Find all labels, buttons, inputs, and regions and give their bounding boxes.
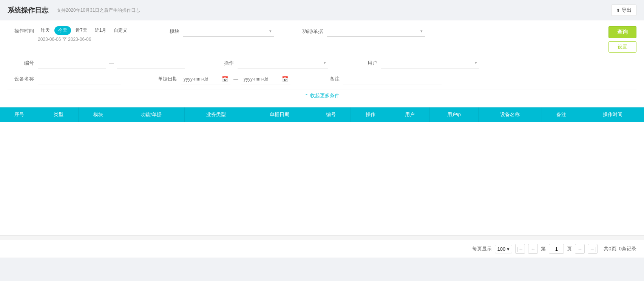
filter-row-2: 编号 — 操作 ▾ 用户 ▾ bbox=[8, 58, 636, 68]
user-chevron-icon: ▾ bbox=[475, 61, 477, 65]
col-biztype: 业务类型 bbox=[185, 107, 248, 122]
user-dropdown[interactable]: ▾ bbox=[381, 58, 479, 68]
horizontal-scrollbar[interactable] bbox=[0, 235, 644, 240]
number-to-input[interactable] bbox=[117, 58, 185, 68]
page-size-value: 100 bbox=[497, 246, 506, 252]
number-label: 编号 bbox=[8, 60, 34, 67]
col-number: 编号 bbox=[311, 107, 351, 122]
data-table: 序号 类型 模块 功能/单据 业务类型 单据日期 编号 操作 用户 用户ip 设… bbox=[0, 107, 644, 122]
col-user-ip: 用户ip bbox=[429, 107, 478, 122]
date-to-wrap[interactable]: 📅 bbox=[241, 74, 290, 84]
function-label: 功能/单据 bbox=[297, 28, 323, 35]
col-op-time: 操作时间 bbox=[581, 107, 644, 122]
date-from-wrap[interactable]: 📅 bbox=[181, 74, 230, 84]
col-index: 序号 bbox=[0, 107, 39, 122]
page-size-select[interactable]: 100 ▾ bbox=[495, 245, 513, 253]
page-size-chevron-icon: ▾ bbox=[507, 246, 510, 252]
table-container: 序号 类型 模块 功能/单据 业务类型 单据日期 编号 操作 用户 用户ip 设… bbox=[0, 107, 644, 235]
settings-button[interactable]: 设置 bbox=[608, 41, 636, 53]
header-left: 系统操作日志 支持2020年10月31日之后产生的操作日志 bbox=[8, 6, 140, 15]
module-label: 模块 bbox=[153, 28, 179, 35]
function-dropdown[interactable]: ▾ bbox=[327, 26, 425, 37]
user-filter: 用户 ▾ bbox=[351, 58, 479, 68]
operation-chevron-icon: ▾ bbox=[324, 61, 326, 65]
time-btn-yesterday[interactable]: 昨天 bbox=[38, 26, 53, 35]
action-buttons: 查询 设置 bbox=[608, 26, 636, 53]
col-user: 用户 bbox=[390, 107, 429, 122]
collapse-label: 收起更多条件 bbox=[310, 92, 340, 99]
number-from-input[interactable] bbox=[38, 58, 106, 68]
date-dash: — bbox=[233, 76, 238, 82]
operation-dropdown[interactable]: ▾ bbox=[238, 58, 328, 68]
page-header: 系统操作日志 支持2020年10月31日之后产生的操作日志 ⬆ 导出 bbox=[0, 0, 644, 20]
filter-panel: 操作时间 昨天 今天 近7天 近1月 自定义 2023-06-06 至 2023… bbox=[0, 20, 644, 107]
collapse-button[interactable]: ⌃ 收起更多条件 bbox=[8, 90, 636, 101]
time-filter-group: 操作时间 昨天 今天 近7天 近1月 自定义 2023-06-06 至 2023… bbox=[8, 26, 130, 43]
export-button[interactable]: ⬆ 导出 bbox=[611, 5, 636, 16]
time-options: 昨天 今天 近7天 近1月 自定义 2023-06-06 至 2023-06-0… bbox=[38, 26, 130, 43]
col-operation: 操作 bbox=[351, 107, 390, 122]
calendar-from-icon[interactable]: 📅 bbox=[222, 76, 228, 82]
export-label: 导出 bbox=[622, 7, 632, 14]
col-device: 设备名称 bbox=[478, 107, 542, 122]
calendar-to-icon[interactable]: 📅 bbox=[282, 76, 288, 82]
device-filter: 设备名称 bbox=[8, 74, 128, 84]
function-chevron-icon: ▾ bbox=[420, 29, 423, 34]
module-chevron-icon: ▾ bbox=[269, 29, 272, 34]
page-subtitle: 支持2020年10月31日之后产生的操作日志 bbox=[57, 7, 140, 14]
col-module: 模块 bbox=[79, 107, 118, 122]
time-btn-custom[interactable]: 自定义 bbox=[111, 26, 130, 35]
module-filter: 模块 ▾ bbox=[153, 26, 274, 37]
query-button[interactable]: 查询 bbox=[608, 26, 636, 38]
number-filter: 编号 — bbox=[8, 58, 185, 68]
prev-page-button[interactable]: ← bbox=[528, 244, 538, 254]
filter-row-1: 操作时间 昨天 今天 近7天 近1月 自定义 2023-06-06 至 2023… bbox=[8, 26, 636, 53]
collapse-up-icon: ⌃ bbox=[304, 93, 309, 99]
remark-input[interactable] bbox=[343, 74, 442, 84]
total-label: 共0页, 0条记录 bbox=[604, 245, 636, 252]
date-to-input[interactable] bbox=[244, 76, 281, 82]
operation-filter: 操作 ▾ bbox=[207, 58, 328, 68]
voucher-date-label: 单据日期 bbox=[151, 76, 178, 82]
export-icon: ⬆ bbox=[616, 8, 620, 13]
next-page-button[interactable]: → bbox=[575, 244, 585, 254]
col-function: 功能/单据 bbox=[118, 107, 184, 122]
function-filter: 功能/单据 ▾ bbox=[297, 26, 425, 37]
col-type: 类型 bbox=[39, 107, 78, 122]
device-input[interactable] bbox=[38, 74, 121, 84]
pagination-bar: 每页显示 100 ▾ |← ← 第 页 → →| 共0页, 0条记录 bbox=[0, 240, 644, 258]
table-header-row: 序号 类型 模块 功能/单据 业务类型 单据日期 编号 操作 用户 用户ip 设… bbox=[0, 107, 644, 122]
empty-area bbox=[0, 122, 644, 235]
page-prefix-label: 第 bbox=[541, 245, 546, 252]
device-label: 设备名称 bbox=[8, 76, 34, 82]
date-range-display: 2023-06-06 至 2023-06-06 bbox=[38, 36, 130, 43]
remark-label: 备注 bbox=[313, 76, 340, 82]
last-page-button[interactable]: →| bbox=[588, 244, 598, 254]
operation-label: 操作 bbox=[207, 60, 234, 67]
col-remark: 备注 bbox=[542, 107, 581, 122]
time-btn-1month[interactable]: 近1月 bbox=[92, 26, 110, 35]
page-number-input[interactable] bbox=[549, 244, 564, 254]
time-btn-7days[interactable]: 近7天 bbox=[73, 26, 90, 35]
filter-row-3: 设备名称 单据日期 📅 — 📅 备注 bbox=[8, 74, 636, 84]
first-page-button[interactable]: |← bbox=[515, 244, 525, 254]
time-label: 操作时间 bbox=[8, 28, 34, 34]
user-label: 用户 bbox=[351, 60, 377, 67]
remark-filter: 备注 bbox=[313, 74, 442, 84]
page-title: 系统操作日志 bbox=[8, 6, 48, 15]
col-voucher-date: 单据日期 bbox=[248, 107, 311, 122]
number-dash: — bbox=[109, 61, 114, 66]
page-suffix-label: 页 bbox=[567, 245, 572, 252]
module-dropdown[interactable]: ▾ bbox=[183, 26, 274, 37]
date-from-input[interactable] bbox=[184, 76, 221, 82]
per-page-label: 每页显示 bbox=[472, 245, 492, 252]
voucher-date-filter: 单据日期 📅 — 📅 bbox=[151, 74, 290, 84]
time-btn-today[interactable]: 今天 bbox=[54, 26, 71, 35]
